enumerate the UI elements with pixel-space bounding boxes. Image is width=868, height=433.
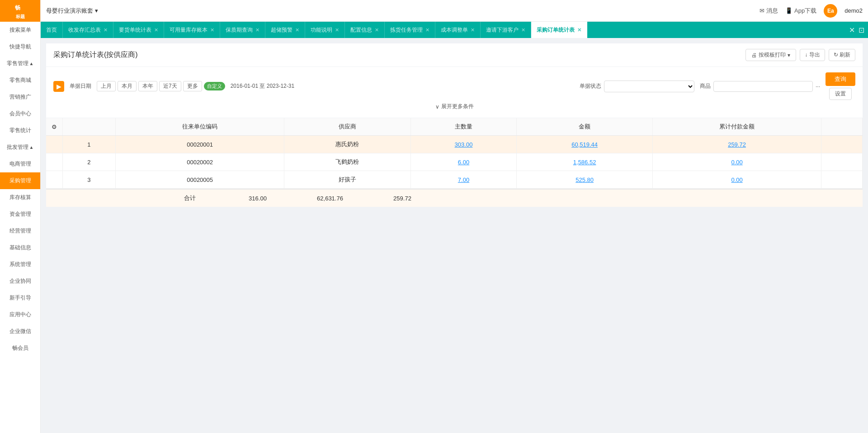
sidebar: 畅 标题 搜索菜单快捷导航零售管理▲零售商城营销推广会员中心零售统计批发管理▲电… [0, 0, 41, 433]
sidebar-item-system[interactable]: 系统管理 [0, 256, 40, 273]
table-body: 1 00020001 惠氏奶粉 303.00 60,519.44 259.72 … [46, 136, 863, 189]
industry-dropdown[interactable]: 母婴行业演示账套 ▾ [46, 7, 98, 15]
tab-item-func_desc[interactable]: 功能说明✕ [305, 22, 345, 38]
date-btn-more[interactable]: 更多 [183, 81, 202, 91]
row-extra-2 [821, 171, 863, 189]
col-supplier: 供应商 [284, 118, 410, 136]
settings-button[interactable]: 设置 [829, 88, 852, 100]
sidebar-item-inventory[interactable]: 库存核算 [0, 189, 40, 206]
date-btn-last-month[interactable]: 上月 [97, 81, 116, 91]
row-main-qty-0[interactable]: 303.00 [410, 136, 517, 153]
export-button[interactable]: ↓ 导出 [800, 49, 825, 61]
date-filter-buttons: 上月 本月 本年 近7天 更多 自定义 [97, 81, 225, 91]
message-label: 消息 [766, 7, 778, 15]
download-icon: 📱 [785, 7, 793, 14]
tab-item-receive_send[interactable]: 收发存汇总表✕ [63, 22, 113, 38]
sidebar-item-label-new_guide: 新手引导 [9, 294, 31, 302]
message-btn[interactable]: ✉ 消息 [760, 7, 778, 15]
industry-label: 母婴行业演示账套 [46, 7, 93, 15]
tab-item-usable_stock[interactable]: 可用量库存账本✕ [164, 22, 220, 38]
row-amount-1[interactable]: 1,586.52 [517, 153, 652, 171]
table-footer: 合计 316.00 62,631.76 259.72 [46, 189, 863, 207]
expand-more-icon: ∨ [435, 104, 439, 110]
sidebar-item-new_guide[interactable]: 新手引导 [0, 290, 40, 306]
tab-close-purchase_stats[interactable]: ✕ [577, 27, 581, 33]
sidebar-item-label-finance: 资金管理 [9, 210, 31, 218]
filter-toggle-button[interactable]: ▶ [53, 81, 64, 92]
tab-close-all-icon[interactable]: ✕ [849, 26, 855, 34]
sidebar-item-purchase[interactable]: 采购管理 [0, 172, 40, 189]
tab-close-config_info[interactable]: ✕ [375, 27, 379, 33]
row-main-qty-1[interactable]: 6.00 [410, 153, 517, 171]
refresh-label: 刷新 [840, 52, 850, 58]
tab-item-expiry_query[interactable]: 保质期查询✕ [220, 22, 265, 38]
goods-filter-more-icon[interactable]: ··· [816, 83, 820, 90]
sidebar-item-label-retail_stats: 零售统计 [9, 127, 31, 134]
row-extra-1 [821, 153, 863, 171]
sidebar-item-quick_nav[interactable]: 快捷导航 [0, 38, 40, 55]
app-download-btn[interactable]: 📱 App下载 [785, 7, 816, 15]
user-name[interactable]: demo2 [844, 7, 863, 14]
sidebar-item-enterprise_wechat[interactable]: 企业微信 [0, 323, 40, 340]
tab-label-overstock_warning: 超储预警 [271, 26, 292, 34]
row-paid-amount-2[interactable]: 0.00 [652, 171, 821, 189]
tab-item-cost_adjust[interactable]: 成本调整单✕ [435, 22, 481, 38]
sidebar-item-search[interactable]: 搜索菜单 [0, 22, 40, 38]
sidebar-item-basic_info[interactable]: 基础信息 [0, 239, 40, 256]
tab-close-invite_downstream[interactable]: ✕ [521, 27, 525, 33]
row-paid-amount-1[interactable]: 0.00 [652, 153, 821, 171]
tab-item-purchase_stats[interactable]: 采购订单统计表✕ [531, 22, 587, 38]
sidebar-item-enterprise_collab[interactable]: 企业协同 [0, 273, 40, 290]
query-button[interactable]: 查询 [826, 72, 855, 86]
sidebar-item-label-system: 系统管理 [9, 261, 31, 268]
sidebar-item-marketing[interactable]: 营销推广 [0, 89, 40, 105]
filter-row-main: ▶ 单据日期 上月 本月 本年 近7天 更多 自定义 2016-01-01 至 … [53, 72, 855, 100]
tab-close-receive_send[interactable]: ✕ [104, 27, 108, 33]
date-custom-tag: 自定义 [204, 82, 225, 90]
tab-item-overstock_warning[interactable]: 超储预警✕ [265, 22, 305, 38]
tab-close-cost_adjust[interactable]: ✕ [471, 27, 475, 33]
sidebar-item-wholesale[interactable]: 批发管理▲ [0, 139, 40, 156]
tab-close-usable_stock[interactable]: ✕ [210, 27, 214, 33]
export-label: 导出 [809, 52, 820, 58]
expand-more-button[interactable]: ∨ 展开更多条件 [53, 100, 855, 112]
tab-item-pick_task[interactable]: 拣货任务管理✕ [385, 22, 435, 38]
sidebar-item-retail_mall[interactable]: 零售商城 [0, 72, 40, 89]
row-paid-amount-0[interactable]: 259.72 [652, 136, 821, 153]
sidebar-item-vip[interactable]: 畅会员 [0, 340, 40, 357]
tab-close-expiry_query[interactable]: ✕ [255, 27, 259, 33]
status-filter-select[interactable] [604, 81, 694, 92]
col-settings: ⚙ [46, 118, 63, 136]
date-btn-this-year[interactable]: 本年 [138, 81, 157, 91]
tab-close-overstock_warning[interactable]: ✕ [295, 27, 299, 33]
sidebar-item-ecommerce[interactable]: 电商管理 [0, 156, 40, 172]
sidebar-item-retail_stats[interactable]: 零售统计 [0, 122, 40, 139]
row-amount-2[interactable]: 525.80 [517, 171, 652, 189]
tab-label-config_info: 配置信息 [350, 26, 372, 34]
sidebar-item-finance[interactable]: 资金管理 [0, 206, 40, 223]
print-button[interactable]: 🖨 按模板打印 ▾ [745, 49, 796, 61]
col-extra [821, 118, 863, 136]
tab-item-home[interactable]: 首页 [41, 22, 63, 38]
sidebar-item-app_center[interactable]: 应用中心 [0, 306, 40, 323]
tab-expand-icon[interactable]: ⊡ [859, 26, 864, 34]
tab-item-invite_downstream[interactable]: 邀请下游客户✕ [481, 22, 531, 38]
goods-filter-input[interactable] [713, 81, 813, 92]
avatar: Ea [824, 4, 837, 18]
date-btn-7days[interactable]: 近7天 [159, 81, 181, 91]
row-amount-0[interactable]: 60,519.44 [517, 136, 652, 153]
sidebar-item-operations[interactable]: 经营管理 [0, 223, 40, 239]
dropdown-arrow-icon: ▾ [95, 7, 98, 14]
date-btn-this-month[interactable]: 本月 [118, 81, 137, 91]
date-range-display: 2016-01-01 至 2023-12-31 [231, 82, 294, 90]
refresh-button[interactable]: ↻ 刷新 [829, 49, 855, 61]
tab-close-pick_task[interactable]: ✕ [425, 27, 429, 33]
tab-item-config_info[interactable]: 配置信息✕ [345, 22, 385, 38]
sidebar-item-retail[interactable]: 零售管理▲ [0, 55, 40, 72]
tab-close-order_stats[interactable]: ✕ [154, 27, 158, 33]
tab-close-func_desc[interactable]: ✕ [335, 27, 339, 33]
row-main-qty-2[interactable]: 7.00 [410, 171, 517, 189]
sidebar-item-member[interactable]: 会员中心 [0, 105, 40, 122]
tab-item-order_stats[interactable]: 要货单统计表✕ [113, 22, 164, 38]
page-actions: 🖨 按模板打印 ▾ ↓ 导出 ↻ 刷新 [745, 49, 855, 61]
